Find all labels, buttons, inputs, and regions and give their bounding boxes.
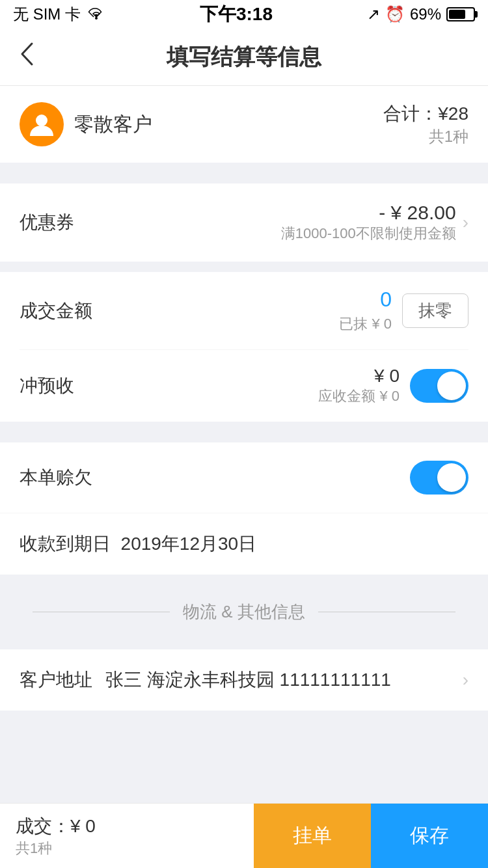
wifi-icon [87, 5, 105, 23]
carrier-text: 无 SIM 卡 [13, 4, 81, 25]
status-left: 无 SIM 卡 [13, 4, 105, 25]
prepayment-right: ¥ 0 应收金额 ¥ 0 [318, 366, 468, 406]
customer-name: 零散客户 [74, 111, 152, 138]
svg-point-0 [95, 17, 98, 20]
alarm-icon: ⏰ [385, 5, 405, 23]
battery-percent: 69% [410, 5, 441, 23]
save-button[interactable]: 保存 [371, 804, 488, 868]
divider-2 [0, 262, 488, 272]
coupon-right: - ¥ 28.00 满1000-100不限制使用金额 › [281, 202, 468, 243]
hang-order-button[interactable]: 挂单 [254, 804, 371, 868]
coupon-row[interactable]: 优惠券 - ¥ 28.00 满1000-100不限制使用金额 › [0, 183, 488, 262]
logistics-label: 物流 & 其他信息 [183, 601, 305, 623]
debt-section: 本单赊欠 [0, 442, 488, 513]
coupon-discount: - ¥ 28.00 [281, 202, 456, 224]
footer-amount-label: 成交： [16, 816, 70, 836]
prepayment-sub: 应收金额 ¥ 0 [318, 387, 400, 406]
address-value: 张三 海淀永丰科技园 11111111111 [105, 668, 463, 692]
coupon-label: 优惠券 [20, 210, 74, 235]
transaction-amount-row: 成交金额 0 已抹 ¥ 0 抹零 [20, 272, 468, 350]
prepayment-label: 冲预收 [20, 373, 74, 398]
customer-avatar [20, 102, 64, 146]
debt-toggle-knob [437, 463, 466, 492]
customer-row: 零散客户 合计：¥28 共1种 [0, 86, 488, 163]
back-button[interactable] [20, 42, 34, 72]
footer-amount: 成交：¥ 0 [16, 814, 238, 839]
footer: 成交：¥ 0 共1种 挂单 保存 [0, 803, 488, 868]
logistics-header: 物流 & 其他信息 [0, 588, 488, 636]
location-icon: ↗ [367, 5, 380, 23]
transaction-value-col: 0 已抹 ¥ 0 [339, 288, 392, 334]
svg-point-1 [36, 115, 47, 126]
amount-section: 成交金额 0 已抹 ¥ 0 抹零 冲预收 ¥ 0 应收金额 ¥ 0 [0, 272, 488, 422]
nav-bar: 填写结算等信息 [0, 29, 488, 86]
status-time: 下午3:18 [200, 2, 273, 27]
prepayment-row: 冲预收 ¥ 0 应收金额 ¥ 0 [20, 350, 468, 422]
duedate-label: 收款到期日 2019年12月30日 [20, 534, 256, 554]
content: 零散客户 合计：¥28 共1种 优惠券 - ¥ 28.00 满1000-100不… [0, 86, 488, 868]
customer-total: 合计：¥28 共1种 [383, 102, 468, 147]
prepayment-toggle[interactable] [410, 369, 468, 403]
transaction-value: 0 [339, 288, 392, 312]
debt-toggle[interactable] [410, 461, 468, 495]
customer-left: 零散客户 [20, 102, 152, 146]
transaction-right: 0 已抹 ¥ 0 抹零 [339, 288, 468, 334]
footer-info: 成交：¥ 0 共1种 [0, 804, 254, 868]
coupon-value: - ¥ 28.00 满1000-100不限制使用金额 [281, 202, 456, 243]
address-row[interactable]: 客户地址 张三 海淀永丰科技园 11111111111 › [0, 649, 488, 711]
prepayment-values: ¥ 0 应收金额 ¥ 0 [318, 366, 400, 406]
round-button[interactable]: 抹零 [402, 293, 468, 328]
footer-count: 共1种 [16, 839, 238, 858]
chevron-right-icon: › [463, 212, 468, 233]
divider-5 [0, 636, 488, 649]
debt-label: 本单赊欠 [20, 465, 92, 490]
status-right: ↗ ⏰ 69% [367, 5, 475, 23]
duedate-row: 收款到期日 2019年12月30日 [0, 513, 488, 575]
divider-4 [0, 575, 488, 588]
total-count: 共1种 [383, 126, 468, 147]
coupon-desc: 满1000-100不限制使用金额 [281, 224, 456, 243]
footer-amount-value: ¥ 0 [70, 816, 96, 836]
divider-1 [0, 173, 488, 183]
address-label: 客户地址 [20, 668, 92, 692]
battery-icon [446, 7, 475, 21]
transaction-sub: 已抹 ¥ 0 [339, 314, 392, 334]
total-amount: 合计：¥28 [383, 102, 468, 126]
toggle-knob [437, 372, 466, 400]
divider-3 [0, 422, 488, 432]
address-chevron-icon: › [463, 670, 468, 690]
transaction-label: 成交金额 [20, 299, 92, 323]
status-bar: 无 SIM 卡 下午3:18 ↗ ⏰ 69% [0, 0, 488, 29]
prepayment-value: ¥ 0 [318, 366, 400, 387]
page-title: 填写结算等信息 [167, 42, 321, 72]
